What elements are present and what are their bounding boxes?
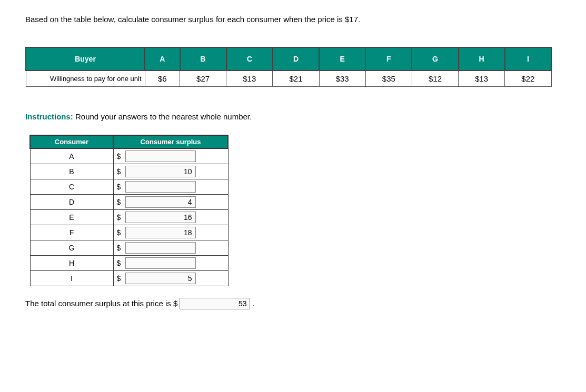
surplus-row-B: B $ <box>30 164 228 179</box>
surplus-value-cell-I: $ <box>113 271 228 286</box>
surplus-consumer-I: I <box>30 271 113 286</box>
surplus-row-I: I $ <box>30 271 228 286</box>
surplus-value-cell-D: $ <box>113 195 228 210</box>
dollar-sign: $ <box>117 274 124 283</box>
surplus-value-cell-G: $ <box>113 240 228 256</box>
wtp-value-I: $22 <box>505 71 551 87</box>
surplus-value-cell-F: $ <box>113 225 228 240</box>
surplus-input-A[interactable] <box>125 150 196 162</box>
wtp-value-G: $12 <box>412 71 458 87</box>
instructions-text: Round your answers to the nearest whole … <box>73 112 252 121</box>
surplus-header-value: Consumer surplus <box>113 135 228 148</box>
dollar-sign: $ <box>117 228 124 237</box>
surplus-row-D: D $ <box>30 195 228 210</box>
surplus-consumer-G: G <box>30 240 113 256</box>
buyer-col-H: H <box>459 47 505 71</box>
buyer-col-I: I <box>505 47 551 71</box>
wtp-data-row: Willingness to pay for one unit $6 $27 $… <box>26 71 551 87</box>
total-suffix: . <box>250 299 254 308</box>
surplus-row-A: A $ <box>30 148 228 164</box>
total-surplus-line: The total consumer surplus at this price… <box>25 298 561 309</box>
surplus-row-C: C $ <box>30 179 228 195</box>
dollar-sign: $ <box>117 213 124 222</box>
wtp-header-row: Buyer A B C D E F G H I <box>26 47 551 71</box>
surplus-value-cell-E: $ <box>113 210 228 225</box>
buyer-col-C: C <box>226 47 273 71</box>
surplus-input-I[interactable] <box>125 273 196 284</box>
buyer-col-F: F <box>365 47 412 71</box>
surplus-value-cell-H: $ <box>113 256 228 271</box>
surplus-consumer-D: D <box>30 195 113 210</box>
surplus-consumer-A: A <box>30 148 113 164</box>
wtp-value-B: $27 <box>180 71 226 87</box>
surplus-value-cell-A: $ <box>113 148 228 164</box>
dollar-sign: $ <box>117 152 124 160</box>
surplus-value-cell-B: $ <box>113 164 228 179</box>
surplus-input-F[interactable] <box>125 227 196 238</box>
surplus-header-row: Consumer Consumer surplus <box>30 135 228 148</box>
instructions-label: Instructions: <box>25 112 73 121</box>
wtp-value-D: $21 <box>273 71 319 87</box>
wtp-row-label: Willingness to pay for one unit <box>26 71 145 87</box>
surplus-header-consumer: Consumer <box>30 135 113 148</box>
wtp-table: Buyer A B C D E F G H I Willingness to p… <box>25 47 552 87</box>
surplus-row-H: H $ <box>30 256 228 271</box>
total-surplus-input[interactable] <box>180 298 250 309</box>
wtp-value-F: $35 <box>365 71 412 87</box>
total-prefix: The total consumer surplus at this price… <box>25 299 177 308</box>
buyer-col-G: G <box>412 47 458 71</box>
dollar-sign: $ <box>117 183 124 191</box>
instructions: Instructions: Round your answers to the … <box>25 112 561 121</box>
surplus-value-cell-C: $ <box>113 179 228 195</box>
buyer-col-E: E <box>319 47 365 71</box>
surplus-input-E[interactable] <box>125 212 196 223</box>
dollar-sign: $ <box>117 167 124 176</box>
buyer-col-D: D <box>273 47 319 71</box>
surplus-input-H[interactable] <box>125 257 196 269</box>
surplus-consumer-E: E <box>30 210 113 225</box>
surplus-consumer-F: F <box>30 225 113 240</box>
wtp-value-E: $33 <box>319 71 365 87</box>
surplus-input-D[interactable] <box>125 196 196 208</box>
buyer-header: Buyer <box>26 47 145 71</box>
surplus-input-B[interactable] <box>125 166 196 177</box>
dollar-sign: $ <box>117 198 124 206</box>
surplus-input-G[interactable] <box>125 242 196 254</box>
buyer-col-B: B <box>180 47 226 71</box>
dollar-sign: $ <box>117 259 124 267</box>
surplus-row-E: E $ <box>30 210 228 225</box>
question-prompt: Based on the table below, calculate cons… <box>25 15 561 24</box>
surplus-row-F: F $ <box>30 225 228 240</box>
wtp-value-C: $13 <box>226 71 273 87</box>
wtp-value-H: $13 <box>459 71 505 87</box>
surplus-consumer-H: H <box>30 256 113 271</box>
surplus-row-G: G $ <box>30 240 228 256</box>
dollar-sign: $ <box>117 244 124 252</box>
wtp-value-A: $6 <box>145 71 180 87</box>
surplus-input-C[interactable] <box>125 181 196 193</box>
surplus-consumer-C: C <box>30 179 113 195</box>
buyer-col-A: A <box>145 47 180 71</box>
surplus-consumer-B: B <box>30 164 113 179</box>
surplus-table: Consumer Consumer surplus A $ B $ C $ D … <box>29 135 229 286</box>
